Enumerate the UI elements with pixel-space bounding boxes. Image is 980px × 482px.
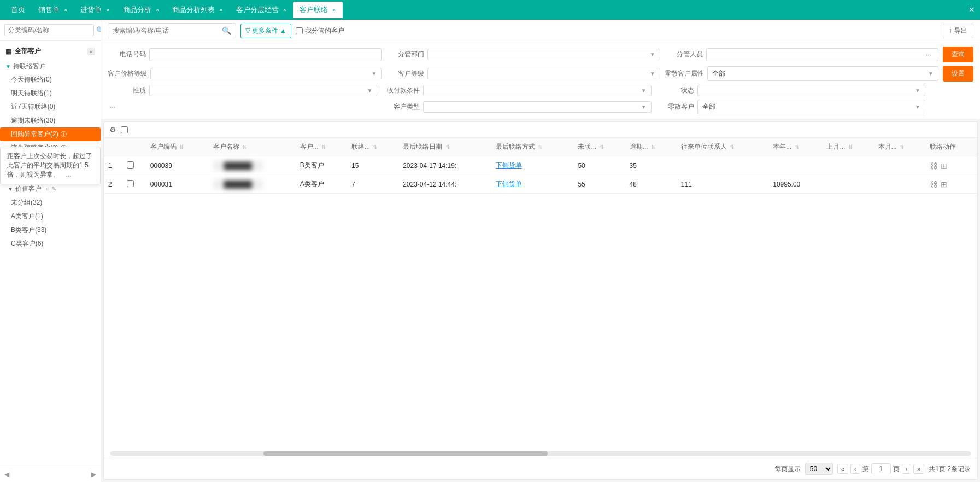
link-icon-1[interactable]: ⛓ xyxy=(930,161,937,170)
customer-level-select[interactable]: ▼ xyxy=(427,68,660,79)
grid-icon-2[interactable]: ⊞ xyxy=(941,180,947,189)
row-checkbox-2[interactable] xyxy=(127,180,134,187)
sort-icon-uncontacted[interactable]: ⇅ xyxy=(600,144,604,150)
tab-product-analysis-list[interactable]: 商品分析列表 × xyxy=(166,2,229,18)
manager-dots[interactable]: ··· xyxy=(924,51,934,59)
sort-icon-method[interactable]: ⇅ xyxy=(538,144,542,150)
tab-customer-contact[interactable]: 客户联络 × xyxy=(293,2,342,18)
tab-home[interactable]: 首页 xyxy=(4,2,32,18)
sidebar-left-arrow[interactable]: ◀ xyxy=(4,471,9,478)
value-group-icons[interactable]: ○ ✎ xyxy=(46,185,56,193)
close-tab-customer-contact[interactable]: × xyxy=(332,7,336,13)
per-page-select[interactable]: 50 100 200 xyxy=(805,463,833,475)
nature-select[interactable]: ▼ xyxy=(149,85,377,96)
cell-overdue-2: 48 xyxy=(625,175,677,194)
table-wrapper[interactable]: 客户编码 ⇅ 客户名称 ⇅ 客户... ⇅ xyxy=(104,138,977,449)
sort-icon-this-month[interactable]: ⇅ xyxy=(900,144,904,150)
page-input[interactable] xyxy=(871,463,891,474)
status-select[interactable]: ▼ xyxy=(697,85,925,96)
filter-icon: ▽ xyxy=(245,27,250,34)
row-checkbox-1[interactable] xyxy=(127,161,134,169)
link-icon-2[interactable]: ⛓ xyxy=(930,180,937,189)
price-level-select[interactable]: ▼ xyxy=(150,68,382,79)
next-page-btn[interactable]: › xyxy=(902,464,912,474)
first-page-btn[interactable]: « xyxy=(837,464,848,474)
payment-select[interactable]: ▼ xyxy=(423,85,651,96)
sort-icon-year[interactable]: ⇅ xyxy=(795,144,799,150)
sort-icon-person[interactable]: ⇅ xyxy=(730,144,734,150)
settings-button[interactable]: 设置 xyxy=(943,66,973,82)
cell-checkbox-2[interactable] xyxy=(122,175,146,194)
sidebar-right-arrow[interactable]: ▶ xyxy=(91,471,96,478)
retail-attr-select[interactable]: 全部 ▼ xyxy=(707,66,938,81)
table-header-row: 客户编码 ⇅ 客户名称 ⇅ 客户... ⇅ xyxy=(104,138,977,156)
sidebar-all-customers[interactable]: ▦ 全部客户 « xyxy=(0,43,101,59)
sidebar-item-tomorrow[interactable]: 明天待联络(1) xyxy=(0,86,101,100)
cell-checkbox-1[interactable] xyxy=(122,156,146,175)
my-customers-checkbox-label[interactable]: 我分管的客户 xyxy=(296,26,344,36)
scrollbar-thumb[interactable] xyxy=(263,451,548,456)
sidebar-item-ungrouep[interactable]: 未分组(32) xyxy=(0,196,101,210)
table-settings-icon[interactable]: ⚙ xyxy=(109,125,116,134)
cell-this-month-2 xyxy=(874,175,925,194)
tab-sales[interactable]: 销售单 × xyxy=(32,2,74,18)
sidebar-search-icon[interactable]: 🔍 xyxy=(96,26,101,34)
cell-method-2[interactable]: 下销货单 xyxy=(491,175,574,194)
close-tab-sales[interactable]: × xyxy=(64,7,67,13)
sidebar-collapse-btn[interactable]: « xyxy=(87,48,95,55)
method-link-1[interactable]: 下销货单 xyxy=(496,161,522,169)
chevron-down-icon-9: ▼ xyxy=(915,104,920,110)
manager-select[interactable]: ··· xyxy=(706,48,938,61)
sidebar-item-overdue[interactable]: 逾期未联络(30) xyxy=(0,114,101,127)
grid-icon-1[interactable]: ⊞ xyxy=(941,161,947,170)
cell-contact-count-1: 15 xyxy=(347,156,398,175)
dept-select[interactable]: ▼ xyxy=(427,49,660,60)
sort-icon-name[interactable]: ⇅ xyxy=(242,144,247,150)
search-button[interactable]: 🔍 xyxy=(218,24,236,38)
sort-icon-last-month[interactable]: ⇅ xyxy=(848,144,853,150)
sidebar-content: ▦ 全部客户 « ▼ 待联络客户 今天待联络(0) 明天待联络(1) 近7天待联… xyxy=(0,41,101,466)
close-all-tabs[interactable]: × xyxy=(969,5,975,15)
sidebar-item-reorder-abnormal[interactable]: 回购异常客户(2) ⓘ xyxy=(0,127,101,141)
method-link-2[interactable]: 下销货单 xyxy=(496,180,522,188)
query-button[interactable]: 查询 xyxy=(943,47,973,62)
close-tab-purchase[interactable]: × xyxy=(106,7,109,13)
horizontal-scrollbar[interactable] xyxy=(110,451,971,456)
tab-product-analysis[interactable]: 商品分析 × xyxy=(116,2,166,18)
phone-input[interactable] xyxy=(149,48,382,61)
cell-method-1[interactable]: 下销货单 xyxy=(491,156,574,175)
more-conditions-btn[interactable]: ▽ 更多条件 ▲ xyxy=(240,24,291,38)
sort-icon-type[interactable]: ⇅ xyxy=(321,144,326,150)
col-last-contact-date: 最后联络日期 ⇅ xyxy=(398,138,491,156)
tab-purchase[interactable]: 进货单 × xyxy=(74,2,116,18)
last-page-btn[interactable]: » xyxy=(913,464,924,474)
sidebar-search-area: 🔍 xyxy=(0,20,101,41)
tooltip-dots[interactable]: ... xyxy=(66,171,71,178)
sort-icon-contact[interactable]: ⇅ xyxy=(373,144,377,150)
search-input[interactable] xyxy=(108,24,218,37)
close-tab-product-analysis-list[interactable]: × xyxy=(219,7,222,13)
sidebar-item-class-c[interactable]: C类客户(6) xyxy=(0,237,101,251)
close-tab-product-analysis[interactable]: × xyxy=(156,7,159,13)
sidebar-item-today[interactable]: 今天待联络(0) xyxy=(0,73,101,86)
sidebar-item-class-a[interactable]: A类客户(1) xyxy=(0,210,101,223)
my-customers-checkbox[interactable] xyxy=(296,27,303,34)
sort-icon-overdue[interactable]: ⇅ xyxy=(651,144,655,150)
main-layout: 🔍 ▦ 全部客户 « ▼ 待联络客户 今天待联络(0) 明天待联络(1) 近7天… xyxy=(0,20,980,482)
close-tab-customer-tier[interactable]: × xyxy=(283,7,286,13)
more-dots[interactable]: ··· xyxy=(108,103,118,111)
tab-customer-tier[interactable]: 客户分层经营 × xyxy=(230,2,293,18)
export-btn[interactable]: ↑ 导出 xyxy=(943,24,973,38)
prev-page-btn[interactable]: ‹ xyxy=(850,464,860,474)
sort-icon-code[interactable]: ⇅ xyxy=(179,144,184,150)
customer-type-select[interactable]: ▼ xyxy=(423,101,651,113)
page-label2: 页 xyxy=(893,464,900,474)
retail-customer-select[interactable]: 全部 ▼ xyxy=(697,100,925,114)
sort-icon-date[interactable]: ⇅ xyxy=(445,144,450,150)
customer-level-label: 客户等级 xyxy=(386,69,424,78)
sidebar-search-input[interactable] xyxy=(4,24,94,36)
table-select-all-checkbox[interactable] xyxy=(121,126,128,133)
sidebar-pending-group[interactable]: ▼ 待联络客户 xyxy=(0,59,101,73)
sidebar-item-7days[interactable]: 近7天待联络(0) xyxy=(0,100,101,114)
sidebar-item-class-b[interactable]: B类客户(33) xyxy=(0,223,101,237)
